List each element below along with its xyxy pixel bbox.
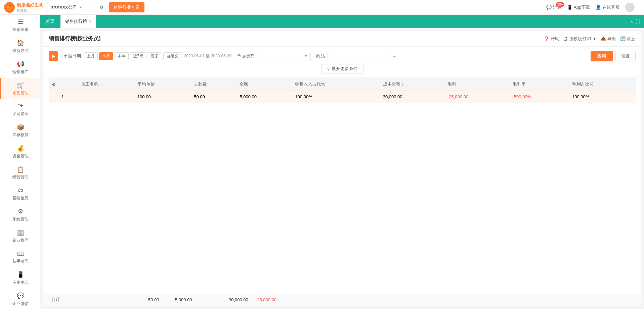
col-main-qty: 主数量 bbox=[191, 78, 237, 91]
date-btn-custom[interactable]: 自定义 bbox=[163, 52, 181, 60]
tab-close-button[interactable]: × bbox=[89, 19, 91, 24]
settings-button[interactable]: 设置 bbox=[615, 51, 636, 61]
sidebar-item-basic-info[interactable]: 🗂 基础信息 bbox=[0, 184, 40, 204]
date-btn-last-month[interactable]: 上月 bbox=[84, 52, 98, 60]
table-footer: 合计 50.00 5,000.00 30,000.00 -25,000.00 bbox=[43, 293, 641, 306]
sidebar-label-finance: 资金管理 bbox=[12, 153, 29, 159]
logo-text-area: 畅康通好生意 标准版 bbox=[17, 2, 43, 13]
goods-filter-group: 商品 ··· bbox=[316, 52, 396, 60]
message-button[interactable]: 💬 消息 99+ bbox=[546, 4, 562, 10]
expand-label: 展开更多条件 bbox=[332, 66, 358, 72]
col-cost: 成本全额 ℹ bbox=[380, 78, 445, 91]
avatar[interactable] bbox=[625, 3, 635, 12]
sidebar-label-marketing: 营销推广 bbox=[12, 69, 29, 75]
sidebar-label-quick-nav: 快捷导航 bbox=[12, 48, 29, 54]
sidebar-item-app-center[interactable]: 📱 应用中心 bbox=[0, 268, 40, 289]
help-button[interactable]: ❓ 帮助 bbox=[544, 36, 559, 42]
tab-home[interactable]: 首页 bbox=[40, 15, 60, 28]
cost-info-icon[interactable]: ℹ bbox=[402, 82, 403, 86]
print-dropdown-icon: ▼ bbox=[592, 36, 597, 41]
table-header: ⚙ 员工名称 平均单价 主数量 全额 销售收入占比% 成本全额 ℹ 毛利 bbox=[49, 78, 636, 91]
table-area: ⚙ 员工名称 平均单价 主数量 全额 销售收入占比% 成本全额 ℹ 毛利 bbox=[43, 78, 641, 293]
sidebar-label-guide: 新手引导 bbox=[12, 259, 29, 264]
query-button[interactable]: 查询 bbox=[591, 51, 613, 61]
col-rank bbox=[59, 78, 78, 91]
tab-bar: 首页 销售排行榜 × × ⛶ bbox=[40, 15, 644, 28]
sidebar-item-wechat[interactable]: 💬 企业微信 bbox=[0, 289, 40, 309]
sidebar-item-search-order[interactable]: ☰ 搜索菜单 bbox=[0, 15, 40, 36]
sidebar-label-app-center: 应用中心 bbox=[12, 280, 29, 286]
quick-nav-icon: 🏠 bbox=[17, 39, 24, 47]
finance-icon: 💰 bbox=[17, 145, 24, 152]
filter-toggle-button[interactable]: ▶ bbox=[49, 51, 58, 61]
date-btn-last7[interactable]: 近7天 bbox=[130, 52, 146, 60]
trial-button[interactable]: 体验行业方案 bbox=[109, 2, 144, 12]
date-range-text: 2023-06-01 至 2023-06-30 bbox=[184, 53, 231, 59]
col-sales-pct: 销售收入占比% bbox=[292, 78, 380, 91]
app-download-label: App下载 bbox=[574, 4, 590, 10]
col-gross-rate: 毛利率 bbox=[510, 78, 569, 91]
goods-filter-label: 商品 bbox=[316, 53, 325, 59]
guide-icon: 📖 bbox=[17, 250, 24, 257]
top-header: 🍊 畅康通好生意 标准版 XXXXXX公司 ▼ ⚙ 体验行业方案 💬 消息 99… bbox=[0, 0, 644, 15]
sidebar-item-guide[interactable]: 📖 新手引导 bbox=[0, 247, 40, 268]
sidebar-label-inventory: 库存核算 bbox=[12, 132, 29, 138]
sidebar-item-quick-nav[interactable]: 🏠 快捷导航 bbox=[0, 36, 40, 57]
cell-main-qty: 50.00 bbox=[191, 91, 237, 103]
sidebar-item-operations[interactable]: 📋 经营管理 bbox=[0, 162, 40, 184]
cell-gross-pct: 100.00% bbox=[569, 91, 636, 103]
logo-sub: 标准版 bbox=[17, 8, 43, 13]
tab-sales-rank[interactable]: 销售排行榜 × bbox=[60, 15, 96, 28]
col-name: 员工名称 bbox=[78, 78, 135, 91]
sidebar-item-marketing[interactable]: 📢 营销推广 bbox=[0, 57, 40, 78]
goods-input[interactable] bbox=[328, 52, 390, 60]
sidebar-item-sales[interactable]: 🛒 销售管理 bbox=[0, 78, 40, 99]
cell-amount: 5,000.00 bbox=[237, 91, 292, 103]
inventory-icon: 📦 bbox=[17, 123, 24, 131]
goods-more-icon[interactable]: ··· bbox=[393, 54, 396, 59]
sidebar-item-enterprise[interactable]: 🏢 企业协同 bbox=[0, 225, 40, 247]
col-settings[interactable]: ⚙ bbox=[49, 78, 59, 91]
status-select[interactable] bbox=[257, 52, 311, 60]
print-template-button[interactable]: 🖨 按模板打印 ▼ bbox=[563, 36, 597, 42]
page-header: 销售排行榜(按业务员) ❓ 帮助 🖨 按模板打印 ▼ 📤 导出 bbox=[43, 31, 641, 47]
sidebar-item-system[interactable]: ⚙ 系统管理 bbox=[0, 204, 40, 225]
gear-button[interactable]: ⚙ bbox=[97, 3, 106, 12]
sidebar-item-inventory[interactable]: 📦 库存核算 bbox=[0, 120, 40, 141]
sidebar-label-system: 系统管理 bbox=[12, 216, 29, 222]
online-service-button[interactable]: 👤 在线客服 bbox=[596, 4, 620, 10]
message-icon: 💬 bbox=[546, 5, 552, 10]
cell-sales-pct: 100.00% bbox=[292, 91, 380, 103]
company-selector[interactable]: XXXXXX公司 ▼ bbox=[47, 3, 94, 12]
refresh-icon: 🔄 bbox=[620, 36, 626, 41]
page-title: 销售排行榜(按业务员) bbox=[49, 35, 544, 42]
content-area: 首页 销售排行榜 × × ⛶ 销售排行榜(按业务员) ❓ 帮助 bbox=[40, 15, 644, 309]
table-body: 1 100.00 50.00 5,000.00 100.00% 30,000.0… bbox=[49, 91, 636, 103]
sidebar-label-operations: 经营管理 bbox=[12, 174, 29, 180]
expand-conditions-button[interactable]: ∨ 展开更多条件 bbox=[321, 64, 363, 73]
window-close-button[interactable]: × bbox=[630, 19, 633, 24]
refresh-button[interactable]: 🔄 刷新 bbox=[620, 36, 636, 42]
export-button[interactable]: 📤 导出 bbox=[601, 36, 616, 42]
print-icon: 🖨 bbox=[563, 36, 568, 41]
app-download-button[interactable]: 📱 App下载 bbox=[567, 4, 590, 10]
filter-row: ▶ 单据日期 上月 本月 本年 近7天 更多 自定义 2023-06-01 至 … bbox=[49, 51, 636, 61]
col-avg-price: 平均单价 bbox=[135, 78, 191, 91]
sidebar-item-purchase[interactable]: 🛍 采购管理 bbox=[0, 99, 40, 120]
sidebar-item-finance[interactable]: 💰 资金管理 bbox=[0, 141, 40, 162]
date-btn-this-month[interactable]: 本月 bbox=[99, 52, 113, 60]
date-filter-label: 单据日期 bbox=[63, 53, 81, 59]
cell-settings bbox=[49, 91, 59, 103]
footer-gross: -25,000.00 bbox=[253, 297, 280, 302]
expand-icon: ∨ bbox=[327, 66, 330, 71]
date-btn-this-year[interactable]: 本年 bbox=[115, 52, 129, 60]
sidebar-label-purchase: 采购管理 bbox=[12, 111, 29, 117]
marketing-icon: 📢 bbox=[17, 60, 24, 68]
main-container: ☰ 搜索菜单 🏠 快捷导航 📢 营销推广 🛒 销售管理 🛍 采购管理 📦 库存核… bbox=[0, 15, 644, 309]
date-btn-more[interactable]: 更多 bbox=[148, 52, 162, 60]
enterprise-icon: 🏢 bbox=[17, 229, 24, 236]
window-expand-button[interactable]: ⛶ bbox=[636, 19, 640, 24]
col-gross-pct: 毛利占比% bbox=[569, 78, 636, 91]
purchase-icon: 🛍 bbox=[17, 103, 24, 110]
cell-gross: -25,000.00 bbox=[445, 91, 510, 103]
